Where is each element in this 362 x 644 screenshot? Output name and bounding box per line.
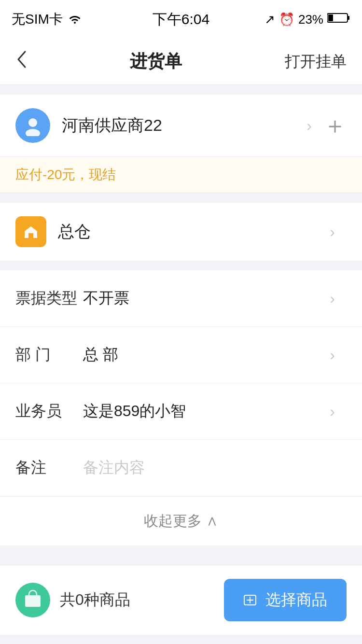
section-gap-2 bbox=[0, 193, 362, 203]
status-bar: 无SIM卡 下午6:04 ↗ ⏰ 23% bbox=[0, 0, 362, 39]
battery-text: 23% bbox=[298, 12, 323, 27]
warehouse-name: 总仓 bbox=[58, 221, 330, 243]
sales-rep-value: 这是859的小智 bbox=[83, 401, 330, 422]
carrier-text: 无SIM卡 bbox=[12, 10, 63, 28]
svg-rect-1 bbox=[348, 16, 349, 20]
sales-rep-chevron-icon: › bbox=[330, 403, 335, 420]
supplier-avatar bbox=[15, 108, 50, 143]
supplier-row[interactable]: 河南供应商22 › ＋ bbox=[0, 95, 362, 157]
collapse-label: 收起更多 ∧ bbox=[144, 513, 218, 529]
section-gap-1 bbox=[0, 85, 362, 95]
svg-rect-6 bbox=[25, 595, 41, 607]
svg-point-4 bbox=[26, 129, 40, 136]
alarm-icon: ⏰ bbox=[279, 12, 294, 27]
select-product-button[interactable]: 选择商品 bbox=[224, 579, 347, 621]
form-section: 票据类型 不开票 › 部 门 总 部 › 业务员 这是859的小智 › 备注 备… bbox=[0, 270, 362, 546]
department-value: 总 部 bbox=[83, 344, 330, 365]
invoice-chevron-icon: › bbox=[330, 290, 335, 308]
status-left: 无SIM卡 bbox=[12, 10, 82, 28]
collapse-more-button[interactable]: 收起更多 ∧ bbox=[0, 496, 362, 546]
remark-row[interactable]: 备注 备注内容 bbox=[0, 440, 362, 496]
warehouse-section: 总仓 › bbox=[0, 203, 362, 261]
warehouse-chevron-icon: › bbox=[330, 223, 335, 241]
warehouse-row[interactable]: 总仓 › bbox=[0, 203, 362, 261]
back-button[interactable] bbox=[15, 50, 27, 73]
department-chevron-icon: › bbox=[330, 346, 335, 364]
svg-rect-5 bbox=[28, 233, 33, 238]
lower-area bbox=[0, 635, 362, 644]
open-pending-button[interactable]: 打开挂单 bbox=[285, 51, 347, 72]
supplier-name: 河南供应商22 bbox=[62, 114, 306, 137]
sales-rep-label: 业务员 bbox=[15, 401, 83, 422]
remark-input[interactable]: 备注内容 bbox=[83, 457, 347, 478]
nav-bar: 进货单 打开挂单 bbox=[0, 39, 362, 85]
department-row[interactable]: 部 门 总 部 › bbox=[0, 327, 362, 383]
page-title: 进货单 bbox=[130, 50, 182, 73]
chevron-right-icon: › bbox=[306, 117, 312, 135]
product-icon-circle bbox=[15, 583, 50, 617]
invoice-type-value: 不开票 bbox=[83, 288, 330, 309]
battery-icon bbox=[327, 12, 350, 27]
notice-text: 应付-20元，现结 bbox=[15, 167, 116, 182]
supplier-section: 河南供应商22 › ＋ 应付-20元，现结 bbox=[0, 95, 362, 193]
select-product-label: 选择商品 bbox=[265, 589, 327, 611]
location-icon: ↗ bbox=[265, 12, 275, 27]
notice-bar: 应付-20元，现结 bbox=[0, 157, 362, 193]
section-gap-4 bbox=[0, 546, 362, 555]
status-time: 下午6:04 bbox=[153, 10, 209, 29]
product-count-text: 共0种商品 bbox=[60, 589, 130, 611]
svg-rect-2 bbox=[328, 14, 333, 21]
invoice-type-label: 票据类型 bbox=[15, 288, 83, 309]
svg-point-3 bbox=[28, 118, 37, 127]
warehouse-icon bbox=[15, 216, 46, 247]
product-count-area: 共0种商品 bbox=[15, 583, 130, 617]
status-right: ↗ ⏰ 23% bbox=[265, 12, 350, 27]
wifi-icon bbox=[68, 12, 82, 27]
section-gap-3 bbox=[0, 261, 362, 270]
remark-label: 备注 bbox=[15, 457, 83, 478]
add-supplier-button[interactable]: ＋ bbox=[323, 114, 347, 137]
invoice-type-row[interactable]: 票据类型 不开票 › bbox=[0, 270, 362, 327]
department-label: 部 门 bbox=[15, 344, 83, 365]
sales-rep-row[interactable]: 业务员 这是859的小智 › bbox=[0, 383, 362, 440]
bottom-bar: 共0种商品 选择商品 bbox=[0, 565, 362, 635]
